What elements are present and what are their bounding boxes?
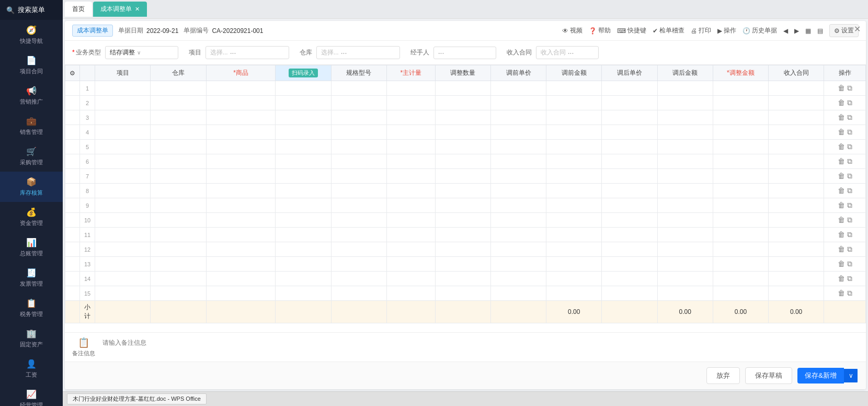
cell[interactable] — [713, 184, 768, 198]
delete-icon[interactable]: 🗑 — [838, 84, 845, 92]
cell[interactable] — [276, 169, 331, 184]
copy-icon[interactable]: ⧉ — [847, 113, 852, 121]
save-new-arrow[interactable]: ∨ — [844, 369, 858, 382]
sidebar-item-purchase-mgmt[interactable]: 🛒 采购管理 — [0, 141, 63, 172]
cell[interactable] — [95, 213, 151, 228]
cell[interactable] — [546, 154, 602, 169]
action-grid1[interactable]: ▦ — [805, 27, 811, 35]
delete-icon[interactable]: 🗑 — [838, 98, 845, 107]
cell[interactable] — [386, 184, 435, 198]
cell[interactable] — [386, 242, 435, 257]
action-nav-prev[interactable]: ◀ — [783, 27, 788, 35]
biz-type-select[interactable]: 结存调整 ∨ — [105, 46, 178, 59]
delete-icon[interactable]: 🗑 — [838, 274, 845, 283]
cell[interactable] — [151, 81, 206, 96]
cell[interactable] — [490, 125, 546, 140]
cell[interactable] — [602, 81, 657, 96]
cell[interactable] — [386, 154, 435, 169]
cell[interactable] — [713, 110, 768, 125]
cell[interactable] — [276, 272, 331, 286]
cell[interactable] — [206, 110, 276, 125]
cell[interactable] — [768, 110, 824, 125]
cell[interactable] — [435, 198, 490, 213]
cell[interactable] — [713, 286, 768, 301]
th-settings[interactable]: ⚙ — [65, 65, 80, 81]
cell[interactable] — [768, 125, 824, 140]
sidebar-item-fund-mgmt[interactable]: 💰 资金管理 — [0, 202, 63, 232]
cell[interactable] — [713, 169, 768, 184]
cell[interactable] — [386, 110, 435, 125]
cell[interactable] — [276, 286, 331, 301]
sidebar-item-invoice-mgmt[interactable]: 🧾 发票管理 — [0, 263, 63, 293]
cell[interactable] — [276, 242, 331, 257]
cell[interactable] — [602, 184, 657, 198]
cell[interactable] — [386, 286, 435, 301]
cell[interactable] — [546, 110, 602, 125]
cell[interactable] — [276, 81, 331, 96]
sidebar-item-tax-mgmt[interactable]: 📋 税务管理 — [0, 293, 63, 323]
cell[interactable] — [331, 96, 386, 110]
cell[interactable] — [490, 184, 546, 198]
cell[interactable] — [151, 96, 206, 110]
cell[interactable] — [546, 140, 602, 154]
sidebar-item-sales-promo[interactable]: 📢 营销推广 — [0, 81, 63, 111]
cell[interactable] — [276, 257, 331, 272]
cell[interactable] — [490, 154, 546, 169]
notes-input[interactable] — [100, 337, 859, 348]
cell[interactable] — [602, 286, 657, 301]
cell[interactable] — [95, 257, 151, 272]
discard-button[interactable]: 放弃 — [706, 367, 740, 384]
cell[interactable] — [95, 140, 151, 154]
cell[interactable] — [768, 169, 824, 184]
cell[interactable] — [602, 154, 657, 169]
project-select[interactable]: 选择... ··· — [205, 46, 289, 59]
cell[interactable] — [331, 286, 386, 301]
cell[interactable] — [602, 125, 657, 140]
cell[interactable] — [435, 140, 490, 154]
cell[interactable] — [151, 169, 206, 184]
action-shortcut[interactable]: ⌨ 快捷键 — [617, 26, 646, 35]
cell[interactable] — [546, 242, 602, 257]
cell[interactable] — [151, 286, 206, 301]
cell[interactable] — [546, 213, 602, 228]
cell[interactable] — [151, 110, 206, 125]
cell[interactable] — [435, 96, 490, 110]
delete-icon[interactable]: 🗑 — [838, 186, 845, 195]
cell[interactable] — [95, 272, 151, 286]
cell[interactable] — [206, 140, 276, 154]
copy-icon[interactable]: ⧉ — [847, 245, 852, 253]
cell[interactable] — [768, 198, 824, 213]
tab-home[interactable]: 首页 — [65, 2, 92, 17]
cell[interactable] — [95, 125, 151, 140]
cell[interactable] — [386, 272, 435, 286]
cell[interactable] — [768, 257, 824, 272]
cell[interactable] — [768, 140, 824, 154]
cell[interactable] — [768, 184, 824, 198]
cell[interactable] — [490, 257, 546, 272]
tab-cost-adjust[interactable]: 成本调整单 ✕ — [93, 2, 147, 17]
cell[interactable] — [657, 242, 713, 257]
cell[interactable] — [435, 81, 490, 96]
cell[interactable] — [435, 213, 490, 228]
delete-icon[interactable]: 🗑 — [838, 245, 845, 253]
cell[interactable] — [490, 96, 546, 110]
cell[interactable] — [435, 286, 490, 301]
delete-icon[interactable]: 🗑 — [838, 157, 845, 165]
cell[interactable] — [713, 257, 768, 272]
cell[interactable] — [657, 257, 713, 272]
cell[interactable] — [713, 213, 768, 228]
sidebar-item-fixed-assets[interactable]: 🏢 固定资产 — [0, 323, 63, 354]
copy-icon[interactable]: ⧉ — [847, 230, 852, 239]
sidebar-item-sales-mgmt[interactable]: 💼 销售管理 — [0, 111, 63, 141]
cell[interactable] — [713, 228, 768, 242]
cell[interactable] — [768, 272, 824, 286]
cell[interactable] — [657, 184, 713, 198]
cell[interactable] — [331, 272, 386, 286]
delete-icon[interactable]: 🗑 — [838, 142, 845, 151]
cell[interactable] — [490, 242, 546, 257]
cell[interactable] — [206, 228, 276, 242]
cell[interactable] — [546, 96, 602, 110]
cell[interactable] — [151, 257, 206, 272]
cell[interactable] — [657, 272, 713, 286]
cell[interactable] — [331, 228, 386, 242]
